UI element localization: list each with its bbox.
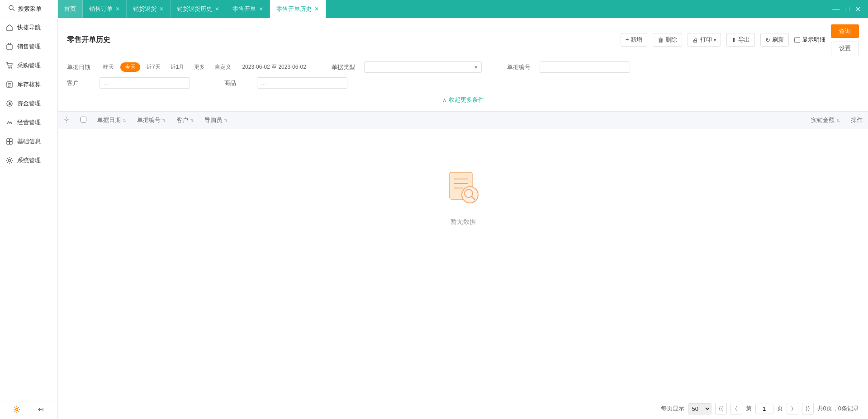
- th-action: 操作: [845, 112, 868, 129]
- sidebar-item-operations[interactable]: 经营管理: [0, 113, 57, 132]
- doc-type-select[interactable]: ▾: [364, 61, 482, 73]
- doc-number-input[interactable]: [540, 61, 630, 73]
- filter-area: 零售开单历史 + 新增 🗑 删除 🖨 打印 ▾ ⬆ 导出 ↻: [58, 18, 868, 112]
- tab-close-icon[interactable]: ✕: [314, 6, 319, 12]
- sidebar-item-finance[interactable]: 资金管理: [0, 94, 57, 113]
- svg-point-4: [11, 67, 12, 68]
- operations-icon: [5, 118, 14, 127]
- date-btn-yesterday[interactable]: 昨天: [100, 62, 118, 72]
- sidebar-search[interactable]: 搜索采单: [0, 0, 57, 18]
- goods-input[interactable]: ...: [257, 77, 347, 89]
- collapse-filter-button[interactable]: ∧ 收起更多条件: [67, 93, 859, 107]
- export-button[interactable]: ⬆ 导出: [726, 33, 755, 47]
- print-button[interactable]: 🖨 打印 ▾: [688, 33, 721, 47]
- next-page-button[interactable]: ⟩: [787, 403, 798, 414]
- th-amount[interactable]: 实销金额 ⇅: [806, 112, 845, 129]
- last-page-button[interactable]: ⟩⟩: [802, 403, 814, 414]
- customer-input[interactable]: ...: [100, 77, 190, 89]
- toolbar: + 新增 🗑 删除 🖨 打印 ▾ ⬆ 导出 ↻ 刷新: [621, 24, 859, 55]
- th-number-label: 单据编号: [137, 117, 161, 123]
- svg-rect-13: [9, 141, 12, 144]
- sidebar-item-label: 库存核算: [17, 80, 41, 89]
- first-page-button[interactable]: ⟨⟨: [715, 403, 727, 414]
- refresh-button[interactable]: ↻ 刷新: [760, 33, 789, 47]
- tab-close-icon[interactable]: ✕: [159, 6, 164, 12]
- inventory-icon: [5, 80, 14, 89]
- setting-button[interactable]: 设置: [831, 42, 859, 55]
- chevron-up-icon: ∧: [442, 97, 447, 104]
- maximize-button[interactable]: □: [845, 5, 849, 13]
- close-button[interactable]: ✕: [855, 5, 861, 14]
- th-settings[interactable]: [58, 112, 75, 129]
- tab-home[interactable]: 首页: [58, 0, 83, 18]
- th-date[interactable]: 单据日期 ⇅: [92, 112, 132, 129]
- date-btn-today[interactable]: 今天: [120, 62, 140, 72]
- date-btn-more[interactable]: 更多: [190, 62, 209, 72]
- home-icon: [5, 24, 14, 32]
- filter-row-2: 客户 ... 商品 ...: [67, 77, 859, 89]
- pagination-bar: 每页显示 50 10 20 100 ⟨⟨ ⟨ 第 1 页 ⟩ ⟩⟩ 共0页，0条…: [58, 398, 868, 419]
- date-btn-7days[interactable]: 近7天: [143, 62, 164, 72]
- per-page-select[interactable]: 50 10 20 100: [688, 403, 711, 414]
- print-icon: 🖨: [693, 37, 698, 43]
- svg-point-14: [9, 160, 11, 162]
- th-date-label: 单据日期: [97, 117, 121, 123]
- th-checkbox[interactable]: [75, 112, 92, 129]
- date-btn-1month[interactable]: 近1月: [167, 62, 188, 72]
- sidebar-item-label: 基础信息: [17, 137, 41, 146]
- doc-type-label: 单据类型: [332, 63, 357, 71]
- sidebar-item-label: 系统管理: [17, 156, 41, 165]
- finance-icon: [5, 99, 14, 108]
- sidebar-item-system[interactable]: 系统管理: [0, 151, 57, 170]
- tab-bar: 首页 销售订单 ✕ 销货退货 ✕ 销货退货历史 ✕ 零售开单 ✕ 零售开单历史 …: [58, 0, 868, 18]
- delete-button[interactable]: 🗑 删除: [653, 33, 682, 47]
- sales-icon: [5, 42, 14, 51]
- system-icon: [5, 156, 14, 165]
- gear-icon[interactable]: [13, 406, 20, 414]
- sidebar: 搜索采单 快捷导航 销售管理: [0, 0, 58, 419]
- tab-label: 零售开单: [232, 5, 256, 13]
- tab-close-icon[interactable]: ✕: [115, 6, 120, 12]
- customer-placeholder: ...: [104, 80, 186, 86]
- prev-page-button[interactable]: ⟨: [730, 403, 742, 414]
- display-detail-checkbox[interactable]: 显示明细: [794, 36, 825, 44]
- minimize-button[interactable]: —: [832, 5, 840, 13]
- tab-sales-return-history[interactable]: 销货退货历史 ✕: [171, 0, 226, 18]
- query-settings-group: 查询 设置: [831, 24, 859, 55]
- sort-icon: ⇅: [836, 118, 840, 123]
- tab-sales-order[interactable]: 销售订单 ✕: [83, 0, 127, 18]
- svg-rect-10: [7, 139, 9, 141]
- search-icon: [8, 5, 15, 13]
- sidebar-item-label: 资金管理: [17, 99, 41, 108]
- svg-point-15: [15, 409, 18, 411]
- data-table: 单据日期 ⇅ 单据编号 ⇅ 客户 ⇅ 导购员 ⇅: [58, 112, 868, 262]
- page-number-input[interactable]: 1: [755, 404, 773, 414]
- th-number[interactable]: 单据编号 ⇅: [132, 112, 171, 129]
- tab-retail-open[interactable]: 零售开单 ✕: [226, 0, 270, 18]
- sidebar-item-base-info[interactable]: 基础信息: [0, 132, 57, 151]
- th-guide[interactable]: 导购员 ⇅: [199, 112, 233, 129]
- goods-label: 商品: [224, 79, 250, 87]
- customer-label: 客户: [67, 79, 92, 87]
- svg-rect-2: [7, 45, 12, 49]
- tab-retail-open-history[interactable]: 零售开单历史 ✕: [270, 0, 326, 18]
- page-title: 零售开单历史: [67, 35, 110, 45]
- sidebar-item-sales-mgmt[interactable]: 销售管理: [0, 37, 57, 56]
- collapse-sidebar-icon[interactable]: [37, 406, 44, 414]
- th-customer[interactable]: 客户 ⇅: [171, 112, 199, 129]
- refresh-icon: ↻: [765, 37, 770, 43]
- add-button[interactable]: + 新增: [621, 33, 647, 47]
- tab-sales-return[interactable]: 销货退货 ✕: [127, 0, 171, 18]
- display-detail-input[interactable]: [794, 37, 800, 43]
- empty-text: 暂无数据: [451, 218, 476, 226]
- sidebar-item-purchase-mgmt[interactable]: 采购管理: [0, 56, 57, 75]
- tab-close-icon[interactable]: ✕: [259, 6, 263, 12]
- page-word: 第: [746, 405, 752, 413]
- sidebar-item-quick-nav[interactable]: 快捷导航: [0, 18, 57, 37]
- date-btn-custom[interactable]: 自定义: [211, 62, 235, 72]
- tab-close-icon[interactable]: ✕: [215, 6, 219, 12]
- sidebar-item-inventory[interactable]: 库存核算: [0, 75, 57, 94]
- query-button[interactable]: 查询: [831, 24, 859, 38]
- select-all-checkbox[interactable]: [81, 117, 86, 122]
- tab-label: 销货退货: [133, 5, 157, 13]
